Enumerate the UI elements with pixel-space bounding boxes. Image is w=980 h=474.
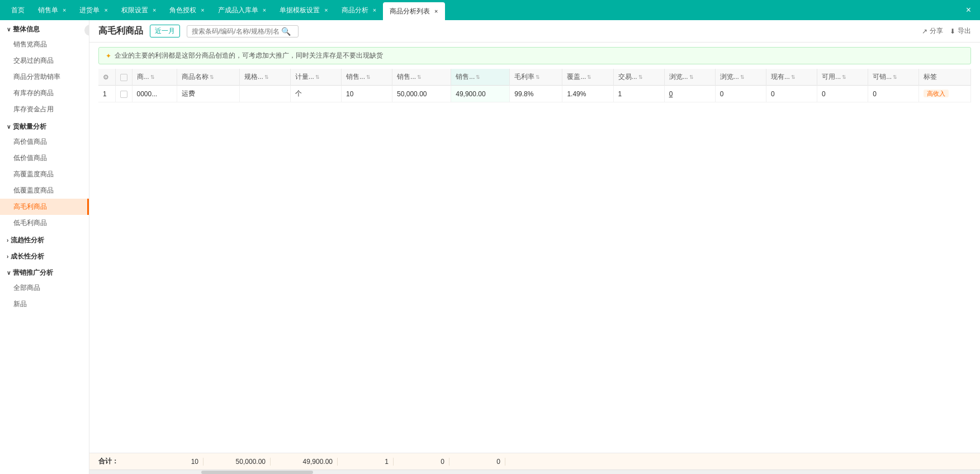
sidebar-group-growth[interactable]: › 成长性分析 <box>0 247 89 264</box>
col-sales-qty[interactable]: 销售... ⇅ <box>341 69 392 86</box>
cell-tag: 高收入 <box>919 86 971 102</box>
nav-sales-order[interactable]: 销售单 × <box>31 0 73 20</box>
col-browse2[interactable]: 浏览... ⇅ <box>715 69 766 86</box>
products-table: ⚙ 商... ⇅ 商品名称 <box>98 69 971 102</box>
sidebar-item-sales-assist-rate[interactable]: 商品分营助销率 <box>0 69 89 85</box>
info-icon: ✦ <box>106 52 111 60</box>
sidebar-item-low-margin[interactable]: 低毛利商品 <box>0 215 89 231</box>
cell-coverage: 1.49% <box>562 86 613 102</box>
scrollbar-thumb[interactable] <box>201 471 313 474</box>
cell-available-stock: 0 <box>817 86 868 102</box>
sidebar-item-stock-capital[interactable]: 库存资金占用 <box>0 101 89 118</box>
nav-permissions[interactable]: 权限设置 × <box>115 0 163 20</box>
nav-home[interactable]: 首页 <box>4 0 31 20</box>
sort-icon: ⇅ <box>791 74 796 80</box>
nav-product-analysis[interactable]: 商品分析 × <box>335 0 383 20</box>
sidebar-item-high-coverage[interactable]: 高覆盖度商品 <box>0 166 89 182</box>
sort-icon: ⇅ <box>893 74 897 80</box>
nav-close-icon[interactable]: × <box>373 7 376 13</box>
chevron-right-icon: › <box>7 254 8 260</box>
cell-sales-profit: 49,900.00 <box>451 86 510 102</box>
sidebar-item-traded-goods[interactable]: 交易过的商品 <box>0 53 89 69</box>
col-current-stock[interactable]: 现有... ⇅ <box>766 69 817 86</box>
select-all-checkbox[interactable] <box>120 74 127 81</box>
nav-close-icon[interactable]: × <box>153 7 156 13</box>
cell-code: 0000... <box>132 86 177 102</box>
close-all-tabs-button[interactable]: × <box>962 5 976 15</box>
cell-gross-margin: 99.8% <box>510 86 562 102</box>
sidebar-group-marketing[interactable]: ∨ 营销推广分析 <box>0 264 89 280</box>
cell-sales-qty: 10 <box>341 86 392 102</box>
col-available-stock[interactable]: 可用... ⇅ <box>817 69 868 86</box>
summary-sales-qty: 10 <box>136 458 203 466</box>
col-unit[interactable]: 计量... ⇅ <box>290 69 341 86</box>
sidebar-item-all-goods[interactable]: 全部商品 <box>0 280 89 296</box>
summary-label: 合计： <box>98 457 132 466</box>
period-button[interactable]: 近一月 <box>150 25 180 37</box>
col-sales-amount[interactable]: 销售... ⇅ <box>392 69 451 86</box>
nav-close-icon[interactable]: × <box>324 7 328 13</box>
col-transactions[interactable]: 交易... ⇅ <box>613 69 664 86</box>
sidebar-item-sales-goods[interactable]: 销售览商品 <box>0 36 89 53</box>
col-gross-margin[interactable]: 毛利率 ⇅ <box>510 69 562 86</box>
share-icon: ↗ <box>922 27 927 35</box>
col-code[interactable]: 商... ⇅ <box>132 69 177 86</box>
sort-icon: ⇅ <box>417 74 422 80</box>
col-browse1[interactable]: 浏览... ⇅ <box>664 69 715 86</box>
chevron-down-icon: ∨ <box>7 124 11 130</box>
footer-summary: 合计： 10 50,000.00 49,900.00 1 0 0 <box>89 453 980 470</box>
sort-icon: ⇅ <box>740 74 745 80</box>
cell-spec <box>239 86 290 102</box>
summary-cells: 10 50,000.00 49,900.00 1 0 0 <box>136 458 971 466</box>
cell-browse1[interactable]: 0 <box>664 86 715 102</box>
sidebar-item-high-value[interactable]: 高价值商品 <box>0 134 89 150</box>
settings-icon[interactable]: ⚙ <box>103 73 109 81</box>
nav-template-settings[interactable]: 单据模板设置 × <box>273 0 334 20</box>
sort-icon: ⇅ <box>150 74 155 80</box>
nav-close-icon[interactable]: × <box>63 7 66 13</box>
share-button[interactable]: ↗ 分享 <box>922 26 943 36</box>
search-input[interactable] <box>192 27 281 35</box>
nav-close-icon[interactable]: × <box>263 7 266 13</box>
top-navigation: 首页 销售单 × 进货单 × 权限设置 × 角色授权 × 产成品入库单 × 单据… <box>0 0 980 20</box>
nav-close-icon[interactable]: × <box>104 7 107 13</box>
col-coverage[interactable]: 覆盖... ⇅ <box>562 69 613 86</box>
sort-icon: ⇅ <box>210 74 214 80</box>
cell-checkbox[interactable] <box>115 86 132 102</box>
cell-sales-amount: 50,000.00 <box>392 86 451 102</box>
sidebar-item-in-stock-goods[interactable]: 有库存的商品 <box>0 85 89 101</box>
sort-icon: ⇅ <box>536 74 540 80</box>
sort-icon: ⇅ <box>366 74 371 80</box>
col-settings[interactable]: ⚙ <box>98 69 115 86</box>
content-area: 高毛利商品 近一月 🔍 ↗ 分享 ⬇ 导出 ✦ 企业的主要的利润都是这部分商品创… <box>89 20 980 474</box>
sort-icon: ⇅ <box>842 74 846 80</box>
col-sellable-stock[interactable]: 可销... ⇅ <box>868 69 919 86</box>
search-icon[interactable]: 🔍 <box>281 27 291 36</box>
sidebar: 《 ∨ 整体信息 销售览商品 交易过的商品 商品分营助销率 有库存的商品 库存资… <box>0 20 89 474</box>
nav-role-auth[interactable]: 角色授权 × <box>163 0 211 20</box>
sidebar-group-trend[interactable]: › 流趋性分析 <box>0 231 89 247</box>
sidebar-group-contribution[interactable]: ∨ 贡献量分析 <box>0 118 89 134</box>
sidebar-item-new-goods[interactable]: 新品 <box>0 296 89 312</box>
nav-product-analysis-list[interactable]: 商品分析列表 × <box>383 2 444 20</box>
horizontal-scrollbar[interactable] <box>89 470 980 474</box>
export-button[interactable]: ⬇ 导出 <box>950 26 971 36</box>
col-name[interactable]: 商品名称 ⇅ <box>177 69 239 86</box>
chevron-down-icon: ∨ <box>7 270 11 276</box>
table-container: ⚙ 商... ⇅ 商品名称 <box>89 69 980 453</box>
sidebar-item-low-value[interactable]: 低价值商品 <box>0 150 89 166</box>
nav-product-inbound[interactable]: 产成品入库单 × <box>211 0 273 20</box>
sidebar-item-low-coverage[interactable]: 低覆盖度商品 <box>0 182 89 199</box>
nav-purchase-order[interactable]: 进货单 × <box>73 0 114 20</box>
sidebar-group-overview[interactable]: ∨ 整体信息 <box>0 20 89 36</box>
nav-close-icon[interactable]: × <box>201 7 204 13</box>
cell-name[interactable]: 运费 <box>177 86 239 102</box>
nav-close-icon[interactable]: × <box>434 8 438 15</box>
sidebar-item-high-margin[interactable]: 高毛利商品 <box>0 199 89 215</box>
page-title: 高毛利商品 <box>98 25 143 37</box>
col-sales-profit[interactable]: 销售... ⇅ <box>451 69 510 86</box>
summary-sales-amount: 50,000.00 <box>203 458 271 466</box>
col-spec[interactable]: 规格... ⇅ <box>239 69 290 86</box>
table-row: 1 0000... 运费 个 10 50,000.00 49,900.00 99… <box>98 86 971 102</box>
summary-sellable-stock: 0 <box>449 458 505 466</box>
